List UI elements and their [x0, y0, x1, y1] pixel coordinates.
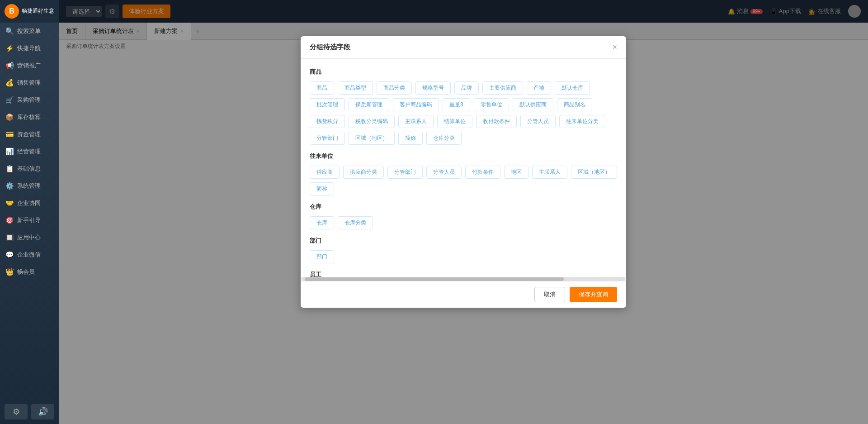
sidebar-item-label: 畅会员 — [17, 268, 35, 276]
field-tag[interactable]: 重量3 — [443, 98, 470, 111]
sidebar-item-inventory[interactable]: 📦 库存核算 — [0, 109, 59, 126]
field-tag[interactable]: 商品 — [310, 81, 334, 95]
modal-dialog: 分组待选字段 × 商品商品商品类型商品分类规格型号品牌主要供应商产地默认仓库批次… — [301, 36, 626, 308]
sidebar-item-quicknav[interactable]: ⚡ 快捷导航 — [0, 40, 59, 57]
fields-grid-department: 部门 — [310, 250, 617, 263]
sidebar-logo: B 畅捷通好生意 — [0, 0, 59, 23]
sidebar-item-label: 库存核算 — [17, 113, 41, 121]
sidebar-item-finance[interactable]: 💳 资金管理 — [0, 126, 59, 143]
modal-close-button[interactable]: × — [612, 43, 617, 52]
modal-title: 分组待选字段 — [310, 43, 350, 52]
field-tag[interactable]: 税收分类编码 — [349, 115, 395, 128]
sidebar-item-label: 经营管理 — [17, 148, 41, 156]
operations-icon: 📊 — [5, 148, 14, 156]
sidebar-item-label: 采购管理 — [17, 96, 41, 104]
field-tag[interactable]: 零售单位 — [474, 98, 509, 111]
sidebar-item-sales[interactable]: 💰 销售管理 — [0, 74, 59, 91]
fields-grid-warehouse: 仓库仓库分类 — [310, 216, 617, 229]
field-tag[interactable]: 默认供应商 — [513, 98, 553, 111]
field-tag[interactable]: 规格型号 — [415, 81, 451, 95]
sidebar-item-member[interactable]: 👑 畅会员 — [0, 263, 59, 281]
field-tag[interactable]: 商品类型 — [338, 81, 373, 95]
search-icon: 🔍 — [5, 27, 14, 35]
field-tag[interactable]: 默认仓库 — [555, 81, 590, 95]
field-tag[interactable]: 供应商分类 — [343, 166, 384, 179]
sidebar-item-label: 系统管理 — [17, 182, 41, 190]
sidebar-item-label: 新手引导 — [17, 216, 41, 224]
field-tag[interactable]: 往来单位分类 — [559, 115, 605, 128]
field-tag[interactable]: 客户商品编码 — [393, 98, 439, 111]
sidebar-item-label: 企业协同 — [17, 199, 41, 207]
modal-footer: 取消 保存并查询 — [301, 281, 626, 308]
sidebar-item-collab[interactable]: 🤝 企业协同 — [0, 195, 59, 212]
field-tag[interactable]: 仓库分类 — [338, 216, 373, 229]
sidebar-item-label: 应用中心 — [17, 233, 41, 242]
section-title-goods: 商品 — [310, 68, 617, 76]
field-tag[interactable]: 收付款条件 — [476, 115, 517, 128]
sidebar-item-wechat[interactable]: 💬 企业微信 — [0, 246, 59, 263]
field-tag[interactable]: 产地 — [527, 81, 551, 95]
sidebar-item-label: 基础信息 — [17, 165, 41, 173]
sidebar: B 畅捷通好生意 🔍 搜索菜单 ⚡ 快捷导航 📢 营销推广 💰 销售管理 🛒 采… — [0, 0, 59, 424]
field-tag[interactable]: 主联系人 — [532, 166, 567, 179]
field-tag[interactable]: 分管部门 — [310, 132, 345, 145]
cancel-button[interactable]: 取消 — [534, 287, 565, 302]
field-tag[interactable]: 区域（地区） — [571, 166, 617, 179]
field-tag[interactable]: 拣货积分 — [310, 115, 345, 128]
field-tag[interactable]: 地区 — [504, 166, 528, 179]
field-tag[interactable]: 主要供应商 — [482, 81, 523, 95]
field-tag[interactable]: 分管人员 — [520, 115, 556, 128]
sidebar-item-system[interactable]: ⚙️ 系统管理 — [0, 177, 59, 195]
sidebar-bottom: ⚙ 🔊 — [0, 400, 59, 424]
field-tag[interactable]: 主联系人 — [398, 115, 434, 128]
sidebar-item-purchase[interactable]: 🛒 采购管理 — [0, 91, 59, 109]
save-button[interactable]: 保存并查询 — [570, 287, 617, 302]
fields-grid-goods: 商品商品类型商品分类规格型号品牌主要供应商产地默认仓库批次管理保质期管理客户商品… — [310, 81, 617, 145]
modal-overlay: 分组待选字段 × 商品商品商品类型商品分类规格型号品牌主要供应商产地默认仓库批次… — [59, 0, 868, 424]
sales-icon: 💰 — [5, 79, 14, 87]
field-tag[interactable]: 付款条件 — [465, 166, 500, 179]
field-tag[interactable]: 仓库 — [310, 216, 334, 229]
quicknav-icon: ⚡ — [5, 44, 14, 52]
field-tag[interactable]: 简称 — [310, 182, 334, 195]
fields-grid-partner: 供应商供应商分类分管部门分管人员付款条件地区主联系人区域（地区）简称 — [310, 166, 617, 195]
field-tag[interactable]: 仓库分类 — [426, 132, 462, 145]
collab-icon: 🤝 — [5, 199, 14, 207]
field-tag[interactable]: 商品分类 — [377, 81, 412, 95]
logo-text: 畅捷通好生意 — [22, 8, 54, 15]
sidebar-item-appcenter[interactable]: 🔲 应用中心 — [0, 229, 59, 246]
field-tag[interactable]: 部门 — [310, 250, 334, 263]
sidebar-item-guide[interactable]: 🎯 新手引导 — [0, 212, 59, 229]
field-tag[interactable]: 区域（地区） — [349, 132, 395, 145]
field-tag[interactable]: 分管部门 — [387, 166, 423, 179]
logo-icon: B — [5, 4, 19, 19]
sidebar-item-marketing[interactable]: 📢 营销推广 — [0, 57, 59, 74]
settings-button[interactable]: ⚙ — [5, 404, 28, 419]
section-title-partner: 往来单位 — [310, 152, 617, 160]
field-tag[interactable]: 商品别名 — [557, 98, 592, 111]
modal-hscrollbar[interactable] — [301, 277, 626, 281]
sidebar-item-search[interactable]: 🔍 搜索菜单 — [0, 23, 59, 40]
sidebar-item-label: 资金管理 — [17, 130, 41, 138]
sidebar-item-operations[interactable]: 📊 经营管理 — [0, 143, 59, 160]
member-icon: 👑 — [5, 268, 14, 276]
finance-icon: 💳 — [5, 130, 14, 138]
basic-icon: 📋 — [5, 165, 14, 173]
section-title-warehouse: 仓库 — [310, 203, 617, 211]
field-tag[interactable]: 保质期管理 — [349, 98, 389, 111]
modal-body[interactable]: 商品商品商品类型商品分类规格型号品牌主要供应商产地默认仓库批次管理保质期管理客户… — [301, 59, 626, 277]
field-tag[interactable]: 批次管理 — [310, 98, 345, 111]
sidebar-item-label: 快捷导航 — [17, 44, 41, 52]
field-tag[interactable]: 供应商 — [310, 166, 340, 179]
section-title-department: 部门 — [310, 237, 617, 245]
field-tag[interactable]: 品牌 — [454, 81, 479, 95]
audio-button[interactable]: 🔊 — [31, 404, 54, 419]
sidebar-item-label: 销售管理 — [17, 79, 41, 87]
field-tag[interactable]: 简称 — [398, 132, 423, 145]
field-tag[interactable]: 结算单位 — [437, 115, 472, 128]
sidebar-item-label: 企业微信 — [17, 251, 41, 259]
wechat-icon: 💬 — [5, 251, 14, 259]
field-tag[interactable]: 分管人员 — [426, 166, 462, 179]
guide-icon: 🎯 — [5, 216, 14, 224]
sidebar-item-basic[interactable]: 📋 基础信息 — [0, 160, 59, 177]
